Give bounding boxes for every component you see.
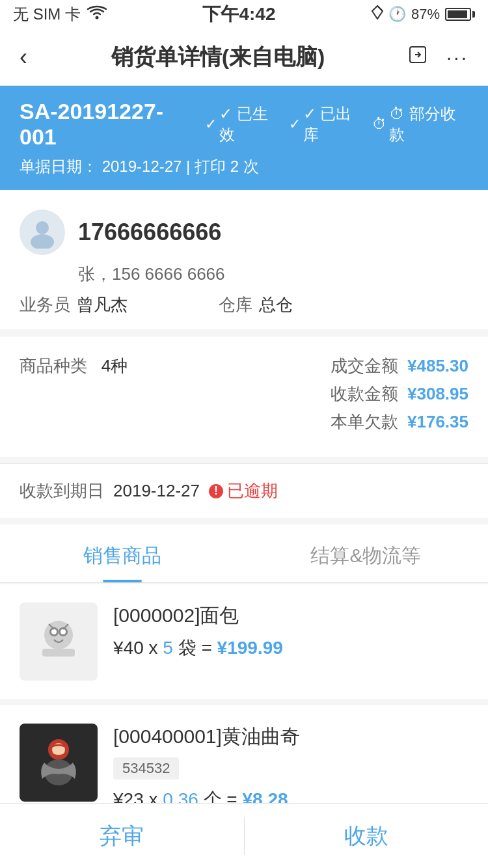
doc-header: SA-20191227-001 ✓ ✓ 已生效 ✓ ✓ 已出库 ⏱ ⏱ 部分收款… bbox=[0, 86, 488, 190]
product-info-1: [0000002]面包 ¥40 x 5 袋 = ¥199.99 bbox=[113, 603, 468, 660]
debt-value: ¥176.35 bbox=[407, 412, 468, 432]
stats-left: 商品种类 4种 bbox=[20, 355, 128, 377]
product-info-2: [000400001]黄油曲奇 534532 ¥23 x 0.36 个 = ¥8… bbox=[113, 724, 468, 812]
sales-value: 曾凡杰 bbox=[77, 293, 128, 316]
product-type-row: 商品种类 4种 bbox=[20, 355, 128, 377]
wifi-icon bbox=[87, 5, 107, 23]
unit-1: 袋 bbox=[178, 638, 197, 658]
product-item: [0000002]面包 ¥40 x 5 袋 = ¥199.99 bbox=[0, 584, 488, 699]
avatar bbox=[20, 210, 65, 255]
sales-info: 业务员 曾凡杰 bbox=[20, 293, 128, 316]
doc-id: SA-20191227-001 bbox=[20, 99, 195, 150]
battery-percent: 87% bbox=[411, 6, 440, 23]
tab-sales-products[interactable]: 销售商品 bbox=[0, 524, 244, 582]
sales-label: 业务员 bbox=[20, 293, 70, 316]
warehouse-label: 仓库 bbox=[219, 293, 252, 316]
deal-label: 成交金额 bbox=[331, 355, 398, 377]
badge-effective: ✓ ✓ 已生效 bbox=[205, 103, 281, 145]
type-value: 4种 bbox=[102, 356, 128, 375]
location-icon bbox=[372, 5, 383, 23]
debt-label: 本单欠款 bbox=[331, 411, 398, 433]
svg-point-4 bbox=[44, 621, 73, 649]
customer-meta: 业务员 曾凡杰 仓库 总仓 bbox=[20, 293, 468, 316]
collected-amount-row: 收款金额 ¥308.95 bbox=[331, 383, 468, 405]
check-icon-2: ✓ bbox=[289, 116, 301, 133]
nav-actions: ··· bbox=[409, 46, 468, 68]
stats-right: 成交金额 ¥485.30 收款金额 ¥308.95 本单欠款 ¥176.35 bbox=[331, 355, 468, 439]
deal-amount-row: 成交金额 ¥485.30 bbox=[331, 355, 468, 377]
type-label: 商品种类 bbox=[20, 356, 87, 375]
doc-date: 2019-12-27 bbox=[102, 157, 182, 175]
collected-label: 收款金额 bbox=[331, 383, 398, 405]
product-price-1: ¥40 x 5 袋 = ¥199.99 bbox=[113, 636, 468, 660]
reject-label: 弃审 bbox=[100, 821, 144, 851]
status-left: 无 SIM 卡 bbox=[13, 4, 107, 25]
product-name-2: [000400001]黄油曲奇 bbox=[113, 724, 468, 750]
bottom-bar: 弃审 收款 bbox=[0, 803, 488, 868]
product-thumb-1 bbox=[20, 603, 98, 681]
status-right: 🕐 87% bbox=[372, 5, 475, 23]
tabs-row: 销售商品 结算&物流等 bbox=[0, 524, 488, 583]
badge-partial: ⏱ ⏱ 部分收款 bbox=[372, 103, 468, 145]
collect-label: 收款 bbox=[344, 821, 388, 851]
reject-button[interactable]: 弃审 bbox=[0, 804, 244, 868]
customer-sub-info: 张，156 6666 6666 bbox=[20, 263, 468, 286]
tabs-section: 销售商品 结算&物流等 bbox=[0, 524, 488, 583]
tab-settlement[interactable]: 结算&物流等 bbox=[244, 524, 488, 582]
due-label: 收款到期日 bbox=[20, 480, 104, 502]
product-list: [0000002]面包 ¥40 x 5 袋 = ¥199.99 bbox=[0, 584, 488, 830]
date-label: 单据日期： bbox=[20, 157, 98, 175]
svg-rect-9 bbox=[42, 649, 75, 657]
customer-row: 17666666666 bbox=[20, 210, 468, 255]
deal-value: ¥485.30 bbox=[407, 356, 468, 376]
nav-bar: ‹ 销货单详情(来自电脑) ··· bbox=[0, 29, 488, 86]
carrier-text: 无 SIM 卡 bbox=[13, 4, 81, 25]
overdue-text: 已逾期 bbox=[227, 480, 278, 502]
battery-icon bbox=[445, 8, 475, 21]
collected-value: ¥308.95 bbox=[407, 384, 468, 404]
more-button[interactable]: ··· bbox=[446, 46, 468, 68]
svg-point-2 bbox=[36, 221, 49, 234]
svg-point-8 bbox=[61, 629, 66, 634]
page-title: 销货单详情(来自电脑) bbox=[111, 42, 325, 72]
price-total-1: ¥199.99 bbox=[217, 638, 283, 658]
stats-section: 商品种类 4种 成交金额 ¥485.30 收款金额 ¥308.95 本单欠款 ¥… bbox=[0, 336, 488, 457]
price-base-1: ¥40 bbox=[113, 638, 144, 658]
overdue-icon: ! bbox=[209, 484, 223, 498]
svg-point-0 bbox=[96, 16, 99, 20]
warehouse-value: 总仓 bbox=[259, 293, 293, 316]
collect-button[interactable]: 收款 bbox=[245, 804, 489, 868]
back-button[interactable]: ‹ bbox=[20, 44, 27, 71]
due-section: 收款到期日 2019-12-27 ! 已逾期 bbox=[0, 464, 488, 518]
overdue-badge: ! 已逾期 bbox=[209, 480, 278, 502]
product-sku-2: 534532 bbox=[113, 757, 179, 780]
tab-underline bbox=[103, 580, 142, 582]
warehouse-info: 仓库 总仓 bbox=[219, 293, 293, 316]
price-qty-1: 5 bbox=[163, 638, 173, 658]
alarm-icon: 🕐 bbox=[388, 6, 406, 23]
product-thumb-2 bbox=[20, 724, 98, 802]
check-icon-1: ✓ bbox=[205, 116, 217, 133]
debt-amount-row: 本单欠款 ¥176.35 bbox=[331, 411, 468, 433]
share-button[interactable] bbox=[409, 46, 427, 68]
due-date: 2019-12-27 bbox=[113, 481, 200, 501]
status-time: 下午4:42 bbox=[202, 2, 275, 27]
customer-id: 17666666666 bbox=[78, 219, 221, 246]
print-info: | 打印 2 次 bbox=[186, 157, 259, 175]
status-bar: 无 SIM 卡 下午4:42 🕐 87% bbox=[0, 0, 488, 29]
svg-point-3 bbox=[31, 234, 54, 249]
badge-shipped: ✓ ✓ 已出库 bbox=[289, 103, 365, 145]
customer-section: 17666666666 张，156 6666 6666 业务员 曾凡杰 仓库 总… bbox=[0, 190, 488, 329]
doc-badges: ✓ ✓ 已生效 ✓ ✓ 已出库 ⏱ ⏱ 部分收款 bbox=[205, 103, 468, 145]
clock-icon: ⏱ bbox=[372, 116, 386, 133]
product-name-1: [0000002]面包 bbox=[113, 603, 468, 629]
doc-date-row: 单据日期： 2019-12-27 | 打印 2 次 bbox=[20, 156, 468, 177]
svg-point-7 bbox=[51, 629, 57, 634]
